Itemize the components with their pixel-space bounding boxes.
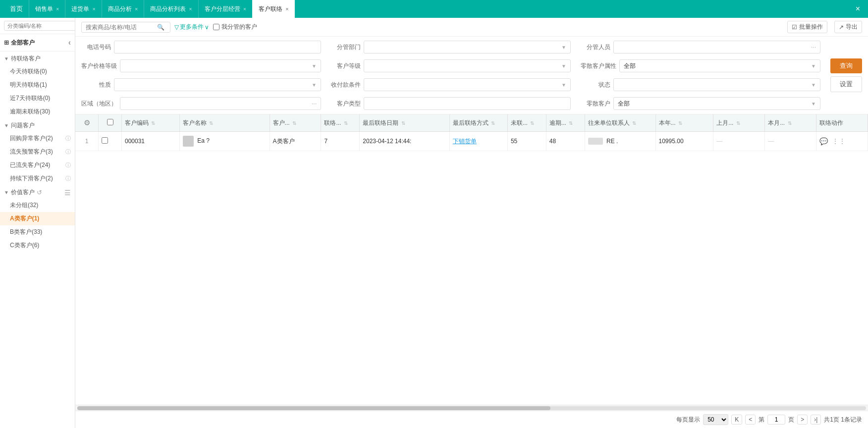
sidebar-item-c-class[interactable]: C类客户(6) — [0, 239, 75, 252]
sidebar-item-tomorrow-contact[interactable]: 明天待联络(1) — [0, 78, 75, 92]
tab-product-analysis[interactable]: 商品分析 × — [102, 0, 144, 18]
filter-search-icon[interactable]: 🔍 — [157, 24, 164, 31]
export-button[interactable]: ↗ 导出 — [834, 21, 862, 33]
my-customers-checkbox[interactable] — [213, 24, 219, 30]
dept-dropdown[interactable]: ▼ — [364, 41, 571, 54]
sort-uncontacted-icon[interactable]: ⇅ — [530, 120, 534, 126]
sidebar-item-a-class[interactable]: A类客户(1) — [0, 212, 75, 225]
table-settings-icon[interactable]: ⚙ — [84, 118, 90, 127]
region-ellipsis-icon[interactable]: ··· — [312, 100, 317, 107]
sidebar-item-lost-customers[interactable]: 已流失客户(24) ⓘ — [0, 159, 75, 172]
row-checkbox[interactable] — [102, 137, 108, 144]
my-customers-checkbox-area[interactable]: 我分管的客户 — [213, 23, 257, 31]
value-customers-refresh-icon[interactable]: ↺ — [37, 189, 42, 196]
manager-ellipsis-icon[interactable]: ··· — [811, 44, 816, 51]
close-customer-tier-tab-icon[interactable]: × — [243, 6, 246, 12]
funnel-icon: ▽ — [174, 24, 179, 31]
payment-dropdown[interactable]: ▼ — [364, 78, 571, 91]
current-page-input[interactable]: 1 — [767, 415, 785, 425]
lost-customers-info-icon[interactable]: ⓘ — [65, 161, 71, 169]
sort-contact-count-icon[interactable]: ⇅ — [344, 120, 348, 126]
last-page-button[interactable]: ›| — [811, 415, 821, 425]
filter-search-input[interactable] — [86, 24, 155, 31]
close-product-list-tab-icon[interactable]: × — [189, 6, 192, 12]
scrollbar-track[interactable] — [77, 406, 866, 410]
more-action-icon[interactable]: ⋮⋮ — [832, 137, 846, 145]
sort-last-month-icon[interactable]: ⇅ — [736, 120, 740, 126]
sidebar-group-value-customers[interactable]: ▼ 价值客户 ↺ ☰ — [0, 185, 75, 199]
sidebar-group-problem-customers[interactable]: ▼ 问题客户 — [0, 118, 75, 132]
sort-type-icon[interactable]: ⇅ — [292, 120, 296, 126]
sidebar-item-ungrouped[interactable]: 未分组(32) — [0, 199, 75, 212]
col-header-this-month: 本月... ⇅ — [765, 114, 816, 132]
tab-product-analysis-list[interactable]: 商品分析列表 × — [144, 0, 198, 18]
sidebar-item-7days-contact[interactable]: 近7天待联络(0) — [0, 92, 75, 105]
tab-purchase-order[interactable]: 进货单 × — [65, 0, 101, 18]
retail-attr-dropdown[interactable]: 全部 ▼ — [619, 59, 820, 72]
main-layout: 🔍 ⊞ 全部客户 ‹ ▼ 待联络客户 今天待联络(0) 明天待联络(1) 近7天… — [0, 18, 868, 428]
close-product-analysis-tab-icon[interactable]: × — [135, 6, 138, 12]
contact-action-icon[interactable]: 💬 — [819, 137, 828, 145]
first-page-button[interactable]: K — [731, 415, 742, 425]
sort-this-month-icon[interactable]: ⇅ — [788, 120, 792, 126]
sort-this-year-icon[interactable]: ⇅ — [678, 120, 682, 126]
row-checkbox-cell[interactable] — [99, 132, 122, 151]
close-purchase-tab-icon[interactable]: × — [92, 6, 95, 12]
value-customers-add-icon[interactable]: ☰ — [64, 189, 71, 197]
query-button[interactable]: 查询 — [830, 58, 862, 73]
tab-customer-contact[interactable]: 客户联络 × — [252, 0, 294, 18]
horizontal-scrollbar[interactable] — [75, 405, 868, 411]
col-checkbox[interactable] — [99, 114, 122, 132]
per-page-label: 每页显示 — [676, 416, 700, 424]
sidebar-all-customers-header[interactable]: ⊞ 全部客户 ‹ — [0, 34, 75, 52]
sidebar-item-declining-customers[interactable]: 持续下滑客户(2) ⓘ — [0, 172, 75, 185]
manager-input[interactable]: ··· — [613, 41, 820, 54]
region-input[interactable]: ··· — [120, 97, 321, 110]
col-settings[interactable]: ⚙ — [75, 114, 99, 132]
sidebar-item-overdue-contact[interactable]: 逾期未联络(30) — [0, 105, 75, 118]
sort-last-date-icon[interactable]: ⇅ — [401, 120, 405, 126]
per-page-select[interactable]: 50 20 100 — [703, 414, 728, 425]
customer-tier-dropdown[interactable]: ▼ — [364, 59, 571, 72]
sidebar-group-pending-contact[interactable]: ▼ 待联络客户 — [0, 52, 75, 65]
sort-last-method-icon[interactable]: ⇅ — [491, 120, 495, 126]
advanced-filters-panel: 电话号码 分管部门 ▼ 分管人员 — [75, 37, 868, 114]
close-sales-tab-icon[interactable]: × — [56, 6, 59, 12]
select-all-checkbox[interactable] — [107, 119, 113, 125]
sidebar-item-b-class[interactable]: B类客户(33) — [0, 225, 75, 239]
more-filters-button[interactable]: ▽ 更多条件 ∨ — [174, 23, 209, 31]
last-method-link[interactable]: 下销货单 — [453, 138, 477, 145]
col-header-type: 客户... ⇅ — [270, 114, 321, 132]
tab-customer-tier[interactable]: 客户分层经营 × — [198, 0, 252, 18]
sidebar-item-loss-warning[interactable]: 流失预警客户(3) ⓘ — [0, 145, 75, 159]
sort-overdue-icon[interactable]: ⇅ — [569, 120, 573, 126]
scrollbar-thumb[interactable] — [77, 406, 550, 410]
sidebar-collapse-icon[interactable]: ‹ — [68, 38, 71, 47]
sidebar-search-input[interactable] — [4, 21, 75, 31]
home-tab[interactable]: 首页 — [4, 0, 29, 18]
repurchase-info-icon[interactable]: ⓘ — [65, 135, 71, 142]
declining-info-icon[interactable]: ⓘ — [65, 175, 71, 182]
retail-customer-dropdown[interactable]: 全部 ▼ — [613, 97, 820, 110]
batch-ops-button[interactable]: ☑ 批量操作 — [787, 21, 827, 33]
phone-input[interactable] — [114, 41, 321, 54]
customer-type-input[interactable] — [364, 97, 571, 110]
sort-code-icon[interactable]: ⇅ — [151, 120, 155, 126]
sort-name-icon[interactable]: ⇅ — [209, 120, 213, 126]
loss-warning-info-icon[interactable]: ⓘ — [65, 148, 71, 156]
next-page-button[interactable]: > — [797, 415, 808, 425]
close-window-button[interactable]: × — [852, 4, 864, 13]
close-customer-contact-tab-icon[interactable]: × — [285, 6, 288, 12]
retail-attr-field: 零散客户属性 全部 ▼ — [581, 59, 820, 72]
price-tier-dropdown[interactable]: ▼ — [120, 59, 321, 72]
sidebar-item-today-contact[interactable]: 今天待联络(0) — [0, 65, 75, 78]
sidebar-item-repurchase-anomaly[interactable]: 回购异常客户(2) ⓘ — [0, 132, 75, 145]
status-dropdown[interactable]: ▼ — [613, 78, 820, 91]
sort-related-contact-icon[interactable]: ⇅ — [632, 120, 636, 126]
customer-tier-label: 客户等级 — [331, 62, 361, 70]
settings-button[interactable]: 设置 — [830, 76, 862, 92]
nature-dropdown[interactable]: ▼ — [114, 78, 321, 91]
row-last-method[interactable]: 下销货单 — [450, 132, 508, 151]
tab-sales-order[interactable]: 销售单 × — [29, 0, 65, 18]
prev-page-button[interactable]: < — [745, 415, 756, 425]
